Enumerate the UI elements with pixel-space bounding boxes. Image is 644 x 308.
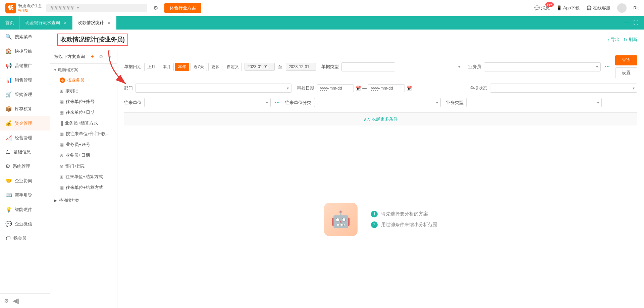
tab-bank[interactable]: 现金银行流水查询 ✕ bbox=[20, 16, 72, 30]
calendar-from-icon[interactable]: 📅 bbox=[355, 86, 361, 91]
sidebar-item-guide[interactable]: 📖 新手引导 bbox=[0, 188, 50, 202]
refresh-button[interactable]: ↻ 刷新 bbox=[624, 37, 637, 43]
clock-icon-2: ⊙ bbox=[60, 164, 63, 169]
doctype-label: 单据类型 bbox=[321, 64, 339, 70]
date-from-input[interactable] bbox=[245, 63, 275, 71]
date-btn-custom[interactable]: 自定义 bbox=[224, 63, 242, 71]
date-btn-last-month[interactable]: 上月 bbox=[144, 63, 158, 71]
tab-home[interactable]: 首页 bbox=[0, 16, 20, 30]
settings-gear-button[interactable]: ⚙ bbox=[151, 3, 160, 13]
tab-minimize-button[interactable]: — bbox=[623, 18, 631, 27]
date-btn-this-year[interactable]: 本年 bbox=[175, 63, 189, 71]
sidebar-item-system[interactable]: ⚙ 系统管理 bbox=[0, 159, 50, 173]
counterparty-more-icon[interactable]: ··· bbox=[275, 99, 280, 106]
user-avatar[interactable] bbox=[617, 3, 627, 13]
tab-receipt[interactable]: 收款情况统计 ✕ bbox=[72, 16, 116, 30]
table-icon-2: ▦ bbox=[60, 110, 64, 115]
scheme-group-mobile-title[interactable]: ▶ 移动端方案 bbox=[50, 196, 117, 205]
sidebar-collapse-button[interactable]: ◀‖ bbox=[11, 296, 21, 305]
scheme-item-staff-account[interactable]: ▦ 业务员+账号 bbox=[50, 139, 117, 150]
refresh-label: 刷新 bbox=[629, 37, 637, 43]
dept-select[interactable] bbox=[136, 84, 291, 93]
tab-bank-close-icon[interactable]: ✕ bbox=[63, 20, 67, 25]
filter-review-date-item: 审核日期 📅 — 📅 bbox=[297, 84, 464, 92]
scheme-item-staff-date[interactable]: ⊙ 业务员+日期 bbox=[50, 150, 117, 161]
tab-receipt-close-icon[interactable]: ✕ bbox=[107, 20, 111, 25]
query-button[interactable]: 查询 bbox=[615, 55, 637, 65]
breadcrumb[interactable]: 某某某某某某 ▾ bbox=[46, 4, 147, 12]
message-action[interactable]: 💬 消息 99+ bbox=[534, 5, 550, 11]
date-btn-7days[interactable]: 近7天 bbox=[191, 63, 207, 71]
date-label: 单据日期 bbox=[124, 64, 142, 70]
scheme-item-by-detail[interactable]: ⊞ 按明细 bbox=[50, 86, 117, 96]
scheme-item-unit-date[interactable]: ▦ 往来单位+日期 bbox=[50, 107, 117, 118]
tab-maximize-button[interactable]: ⛶ bbox=[632, 18, 640, 27]
scheme-add-button[interactable]: + bbox=[89, 53, 96, 60]
online-service-action[interactable]: 🎧 在线客服 bbox=[586, 5, 610, 11]
collapse-bar[interactable]: ∧∧ 收起更多条件 bbox=[124, 112, 637, 125]
scheme-item-dept-date[interactable]: ⊙ 部门+日期 bbox=[50, 161, 117, 171]
system-icon: ⚙ bbox=[5, 163, 10, 169]
scheme-group-pc-title[interactable]: ▾ 电脑端方案 bbox=[50, 65, 117, 75]
tab-receipt-label: 收款情况统计 bbox=[78, 20, 104, 26]
sidebar-item-marketing[interactable]: 📢 营销推广 bbox=[0, 58, 50, 73]
sidebar-item-purchase[interactable]: 🛒 采购管理 bbox=[0, 87, 50, 102]
sidebar-item-sales[interactable]: 📊 销售管理 bbox=[0, 73, 50, 87]
sidebar-item-inventory[interactable]: 📦 库存核算 bbox=[0, 102, 50, 116]
sidebar-item-label-system: 系统管理 bbox=[13, 163, 30, 169]
sidebar-item-operation[interactable]: 📈 经营管理 bbox=[0, 131, 50, 145]
trial-button[interactable]: 体验行业方案 bbox=[164, 3, 201, 13]
main-layout: 🔍 搜索菜单 🏠 快捷导航 📢 营销推广 📊 销售管理 🛒 采购管理 📦 库存核… bbox=[0, 30, 644, 308]
collapse-label: 收起更多条件 bbox=[372, 116, 398, 122]
sidebar-item-quicknav[interactable]: 🏠 快捷导航 bbox=[0, 44, 50, 58]
filter-date-item: 单据日期 上月 本月 本年 近7天 更多 自定义 至 bbox=[124, 63, 316, 71]
scheme-item-staff-settle[interactable]: ▐ 业务员+结算方式 bbox=[50, 118, 117, 129]
staff-more-icon[interactable]: ··· bbox=[605, 63, 610, 70]
review-date-from-input[interactable] bbox=[317, 84, 354, 92]
scheme-item-unit-account[interactable]: ▦ 往来单位+账号 bbox=[50, 96, 117, 107]
filter-panel: 单据日期 上月 本月 本年 近7天 更多 自定义 至 bbox=[117, 50, 644, 131]
counterparty-cat-select[interactable] bbox=[314, 98, 441, 107]
right-area: 单据日期 上月 本月 本年 近7天 更多 自定义 至 bbox=[117, 50, 644, 308]
refresh-icon: ↻ bbox=[624, 37, 627, 42]
date-btn-more[interactable]: 更多 bbox=[208, 63, 222, 71]
scheme-collapse-button[interactable]: « bbox=[106, 53, 113, 60]
sidebar-item-label-inventory: 库存核算 bbox=[15, 106, 32, 112]
sidebar-item-wechat[interactable]: 💬 企业微信 bbox=[0, 217, 50, 231]
message-icon: 💬 bbox=[534, 5, 540, 10]
scheme-item-unit-settle2[interactable]: ▦ 往来单位+结算方式 bbox=[50, 182, 117, 193]
counterparty-select-wrapper bbox=[144, 98, 271, 107]
hardware-icon: 💡 bbox=[5, 206, 12, 213]
sidebar-settings-button[interactable]: ⚙ bbox=[3, 296, 10, 305]
scheme-item-by-staff[interactable]: ⊙ 按业务员 bbox=[50, 75, 117, 86]
scheme-item-unit-dept[interactable]: ▦ 按往来单位+部门+收... bbox=[50, 129, 117, 139]
calendar-to-icon[interactable]: 📅 bbox=[406, 86, 412, 91]
sidebar-item-hardware[interactable]: 💡 智能硬件 bbox=[0, 202, 50, 217]
scheme-item-unit-settle1[interactable]: ⊞ 往来单位+结算方式 bbox=[50, 171, 117, 182]
counterparty-select[interactable] bbox=[144, 98, 271, 107]
breadcrumb-dropdown-icon: ▾ bbox=[77, 6, 79, 10]
settings-button[interactable]: 设置 bbox=[615, 67, 637, 78]
date-to-input[interactable] bbox=[286, 63, 316, 71]
app-download-action[interactable]: 📱 App下载 bbox=[556, 5, 580, 11]
sidebar-item-member[interactable]: 🏷 畅会员 bbox=[0, 231, 50, 245]
review-date-to-input[interactable] bbox=[368, 84, 405, 92]
scheme-group-pc-label: 电脑端方案 bbox=[58, 67, 78, 73]
staff-select[interactable] bbox=[484, 62, 601, 71]
sidebar-item-basic[interactable]: 🗂 基础信息 bbox=[0, 145, 50, 159]
sidebar-item-finance[interactable]: 💰 资金管理 bbox=[0, 116, 50, 131]
date-btn-this-month[interactable]: 本月 bbox=[160, 63, 174, 71]
doctype-select[interactable] bbox=[341, 62, 395, 71]
sidebar-item-corp[interactable]: 🤝 企业协同 bbox=[0, 173, 50, 188]
inventory-icon: 📦 bbox=[5, 106, 12, 112]
export-button[interactable]: ↑ 导出 bbox=[607, 37, 620, 43]
top-header: 畅 畅捷通好生意 标准版 某某某某某某 ▾ ⚙ 体验行业方案 💬 消息 99+ … bbox=[0, 0, 644, 16]
sidebar-item-label-quicknav: 快捷导航 bbox=[15, 48, 32, 54]
export-icon: ↑ bbox=[607, 37, 610, 42]
biztype-select[interactable] bbox=[466, 98, 602, 107]
sidebar-item-search[interactable]: 🔍 搜索菜单 bbox=[0, 30, 50, 44]
scheme-group-pc: ▾ 电脑端方案 ⊙ 按业务员 ⊞ 按明细 ▦ 往来单位+账号 bbox=[50, 64, 117, 194]
scheme-settings-button[interactable]: ⚙ bbox=[98, 53, 104, 60]
table-icon-4: ▦ bbox=[60, 142, 64, 147]
docstatus-select[interactable] bbox=[490, 84, 637, 93]
